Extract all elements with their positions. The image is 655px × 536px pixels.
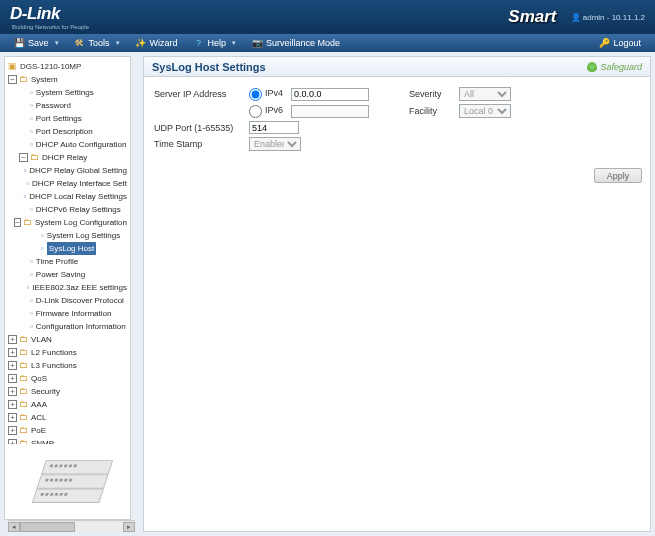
tree-syslog-settings[interactable]: ▫System Log Settings: [8, 229, 127, 242]
scroll-right-button[interactable]: ▸: [123, 522, 135, 532]
menu-save[interactable]: 💾Save▾: [6, 38, 67, 48]
collapse-icon[interactable]: −: [14, 218, 21, 227]
tree-dhcp-relay-iface[interactable]: ▫DHCP Relay Interface Sett: [8, 177, 127, 190]
page-icon: ▫: [30, 138, 33, 151]
tree-poe[interactable]: +🗀PoE: [8, 424, 127, 437]
form-area: Server IP Address IPv4 Severity All IPv6…: [144, 77, 650, 164]
radio-ipv6-wrap[interactable]: IPv6: [249, 105, 291, 118]
tree-security[interactable]: +🗀Security: [8, 385, 127, 398]
expand-icon[interactable]: +: [8, 335, 17, 344]
tree-password[interactable]: ▫Password: [8, 99, 127, 112]
select-facility[interactable]: Local 0: [459, 104, 511, 118]
input-ipv4-address[interactable]: [291, 88, 369, 101]
tree-dhcp-relay-global[interactable]: ▫DHCP Relay Global Setting: [8, 164, 127, 177]
nav-tree: ▣DGS-1210-10MP −🗀System ▫System Settings…: [5, 57, 130, 444]
folder-icon: 🗀: [19, 437, 28, 444]
tree-dhcp-local-relay[interactable]: ▫DHCP Local Relay Settings: [8, 190, 127, 203]
app-header: D-Link Building Networks for People Smar…: [0, 0, 655, 34]
collapse-icon[interactable]: −: [19, 153, 28, 162]
tree-firmware-info[interactable]: ▫Firmware Information: [8, 307, 127, 320]
expand-icon[interactable]: +: [8, 387, 17, 396]
device-name[interactable]: ▣DGS-1210-10MP: [8, 60, 127, 73]
tree-label: Port Settings: [36, 112, 82, 125]
label-ipv6: IPv6: [265, 105, 291, 115]
tree-label: Power Saving: [36, 268, 85, 281]
expand-icon[interactable]: +: [8, 374, 17, 383]
expand-icon[interactable]: +: [8, 348, 17, 357]
sidebar-hscroll[interactable]: ◂ ▸: [8, 520, 135, 532]
menu-help[interactable]: ?Help▾: [186, 38, 245, 48]
tree-l2[interactable]: +🗀L2 Functions: [8, 346, 127, 359]
expand-icon[interactable]: +: [8, 400, 17, 409]
page-titlebar: SysLog Host Settings Safeguard: [144, 57, 650, 77]
caret-icon: ▾: [116, 39, 120, 47]
page-icon: ▫: [30, 203, 33, 216]
expand-icon[interactable]: +: [8, 413, 17, 422]
tree-time-profile[interactable]: ▫Time Profile: [8, 255, 127, 268]
menu-logout[interactable]: 🔑Logout: [591, 38, 649, 48]
tree-label: DHCP Relay Global Setting: [29, 164, 127, 177]
tree-label: DHCP Relay: [42, 151, 87, 164]
radio-ipv6[interactable]: [249, 105, 262, 118]
label-severity: Severity: [409, 89, 459, 99]
page-icon: ▫: [30, 320, 33, 333]
menu-tools[interactable]: 🛠Tools▾: [67, 38, 128, 48]
folder-icon: 🗀: [30, 151, 39, 164]
folder-icon: 🗀: [19, 372, 28, 385]
page-icon: ▫: [30, 125, 33, 138]
folder-icon: 🗀: [19, 346, 28, 359]
tree-syslog-host[interactable]: ▫SysLog Host: [8, 242, 127, 255]
tree-syslog-config[interactable]: −🗀System Log Configuration: [8, 216, 127, 229]
tree-aaa[interactable]: +🗀AAA: [8, 398, 127, 411]
tree-config-info[interactable]: ▫Configuration Information: [8, 320, 127, 333]
tree-system[interactable]: −🗀System: [8, 73, 127, 86]
label-udp-port: UDP Port (1-65535): [154, 123, 249, 133]
tree-dlink-discover[interactable]: ▫D-Link Discover Protocol: [8, 294, 127, 307]
page-icon: ▫: [23, 164, 26, 177]
tree-dhcpv6-relay[interactable]: ▫DHCPv6 Relay Settings: [8, 203, 127, 216]
tree-qos[interactable]: +🗀QoS: [8, 372, 127, 385]
tree-ieee-eee[interactable]: ▫IEEE802.3az EEE settings: [8, 281, 127, 294]
tools-icon: 🛠: [75, 38, 85, 48]
label-ipv4: IPv4: [265, 88, 291, 98]
tree-l3[interactable]: +🗀L3 Functions: [8, 359, 127, 372]
input-udp-port[interactable]: [249, 121, 299, 134]
menu-wizard-label: Wizard: [150, 38, 178, 48]
expand-icon[interactable]: +: [8, 426, 17, 435]
page-icon: ▫: [30, 294, 33, 307]
tree-system-settings[interactable]: ▫System Settings: [8, 86, 127, 99]
collapse-icon[interactable]: −: [8, 75, 17, 84]
menu-surveillance[interactable]: 📷Surveillance Mode: [244, 38, 348, 48]
page-title: SysLog Host Settings: [152, 61, 266, 73]
scroll-track[interactable]: [20, 522, 123, 532]
radio-ipv4-wrap[interactable]: IPv4: [249, 88, 291, 101]
page-icon: ▫: [30, 112, 33, 125]
tree-vlan[interactable]: +🗀VLAN: [8, 333, 127, 346]
select-severity[interactable]: All: [459, 87, 511, 101]
radio-ipv4[interactable]: [249, 88, 262, 101]
tree-label: Security: [31, 385, 60, 398]
page-icon: ▫: [41, 229, 44, 242]
select-time-stamp[interactable]: Enabled: [249, 137, 301, 151]
tree-label: System Log Settings: [47, 229, 120, 242]
page-icon: ▫: [41, 242, 44, 255]
scroll-left-button[interactable]: ◂: [8, 522, 20, 532]
tree-snmp[interactable]: +🗀SNMP: [8, 437, 127, 444]
tree-label: SNMP: [31, 437, 54, 444]
scroll-thumb[interactable]: [20, 522, 75, 532]
tree-power-saving[interactable]: ▫Power Saving: [8, 268, 127, 281]
label-facility: Facility: [409, 106, 459, 116]
tree-label: Password: [36, 99, 71, 112]
tree-label-selected: SysLog Host: [47, 242, 96, 255]
input-ipv6-address[interactable]: [291, 105, 369, 118]
expand-icon[interactable]: +: [8, 361, 17, 370]
tree-port-settings[interactable]: ▫Port Settings: [8, 112, 127, 125]
menu-wizard[interactable]: ✨Wizard: [128, 38, 186, 48]
tree-dhcp-auto[interactable]: ▫DHCP Auto Configuration: [8, 138, 127, 151]
tree-acl[interactable]: +🗀ACL: [8, 411, 127, 424]
apply-button[interactable]: Apply: [594, 168, 642, 183]
tree-label: DHCPv6 Relay Settings: [36, 203, 121, 216]
tree-port-description[interactable]: ▫Port Description: [8, 125, 127, 138]
tree-dhcp-relay[interactable]: −🗀DHCP Relay: [8, 151, 127, 164]
tree-label: QoS: [31, 372, 47, 385]
